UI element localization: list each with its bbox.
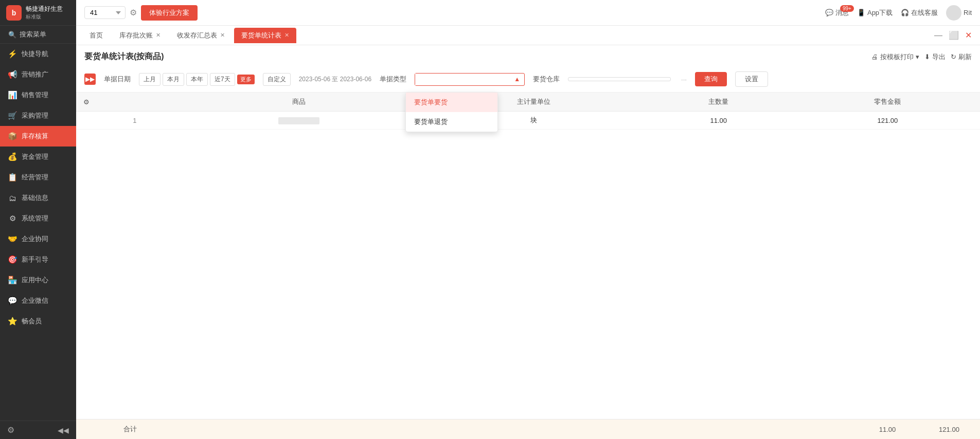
sidebar-item-appstore[interactable]: 🏪 应用中心	[0, 270, 76, 290]
app-logo-icon: b	[6, 5, 22, 21]
custom-date-btn[interactable]: 自定义	[263, 73, 291, 86]
tab-order-stats-label: 要货单统计表	[241, 31, 281, 40]
window-minimize-btn[interactable]: —	[932, 30, 945, 41]
refresh-btn[interactable]: ↻ 刷新	[951, 52, 972, 62]
sidebar-item-system[interactable]: ⚙ 系统管理	[0, 208, 76, 229]
topbar-gear-icon[interactable]: ⚙	[130, 8, 137, 17]
tab-recv-summary-close[interactable]: ✕	[220, 32, 225, 39]
member-icon: ⭐	[7, 316, 17, 326]
tab-order-stats-close[interactable]: ✕	[284, 32, 289, 39]
date-btn-more[interactable]: 更多	[237, 75, 255, 84]
topbar: 41 ⚙ 体验行业方案 💬 消息 99+ 📱 App下载 🎧 在线客服 Rit	[76, 0, 980, 26]
query-btn[interactable]: 查询	[695, 72, 727, 86]
sidebar-item-label: 畅会员	[22, 317, 42, 326]
online-service-btn[interactable]: 🎧 在线客服	[901, 8, 938, 17]
sidebar-logo: b 畅捷通好生意 标准版	[0, 0, 76, 26]
print-dropdown-icon: ▾	[916, 53, 919, 61]
tab-inventory-batch[interactable]: 库存批次账 ✕	[112, 28, 168, 43]
filter-expand-btn[interactable]: ▶▶	[84, 74, 96, 85]
tab-order-stats[interactable]: 要货单统计表 ✕	[234, 28, 296, 43]
col-qty: 主数量	[642, 93, 795, 112]
appstore-icon: 🏪	[7, 275, 17, 285]
tabs-bar: 首页 库存批次账 ✕ 收发存汇总表 ✕ 要货单统计表 ✕ — ⬜ ✕	[76, 26, 980, 45]
sidebar-item-member[interactable]: ⭐ 畅会员	[0, 311, 76, 332]
sidebar-search-label: 搜索菜单	[20, 30, 46, 39]
sidebar-item-wechat[interactable]: 💬 企业微信	[0, 290, 76, 311]
filter-more-dots[interactable]: ···	[681, 76, 687, 83]
sidebar-item-label: 营销推广	[22, 70, 48, 79]
page-title: 要货单统计表(按商品)	[84, 51, 164, 62]
sidebar-item-marketing[interactable]: 📢 营销推广	[0, 64, 76, 85]
sidebar-item-label: 企业微信	[22, 296, 48, 305]
warehouse-label: 要货仓库	[533, 75, 560, 84]
dropdown-item-order-return[interactable]: 要货单退货	[406, 112, 497, 132]
date-btn-last-month[interactable]: 上月	[139, 73, 161, 86]
date-range-display: 2023-05-06 至 2023-06-06	[299, 75, 371, 84]
type-input[interactable]	[415, 74, 510, 85]
sidebar-item-label: 库存核算	[22, 132, 48, 141]
trial-btn[interactable]: 体验行业方案	[141, 5, 198, 21]
sidebar-item-operation[interactable]: 📋 经营管理	[0, 167, 76, 188]
window-close-btn[interactable]: ✕	[963, 29, 974, 41]
type-dropdown-icon[interactable]: ▲	[510, 74, 524, 85]
product-placeholder	[278, 117, 319, 124]
date-btn-7days[interactable]: 近7天	[210, 73, 235, 86]
marketing-icon: 📢	[7, 69, 17, 80]
table-wrap: ⚙ 商品 主计量单位 主数量 零售金额 1	[76, 93, 980, 419]
app-download-btn[interactable]: 📱 App下载	[857, 8, 893, 17]
sidebar-item-enterprise[interactable]: 🤝 企业协同	[0, 229, 76, 249]
user-profile-btn[interactable]: Rit	[946, 5, 972, 21]
sidebar-item-quick-nav[interactable]: ⚡ 快捷导航	[0, 44, 76, 64]
settings-bottom-icon[interactable]: ⚙	[7, 425, 14, 435]
sidebar-item-label: 经营管理	[22, 173, 48, 182]
sidebar-item-label: 系统管理	[22, 214, 48, 223]
warehouse-input[interactable]	[568, 77, 671, 81]
user-avatar	[946, 5, 961, 21]
window-maximize-btn[interactable]: ⬜	[947, 29, 961, 41]
sidebar-item-guide[interactable]: 🎯 新手引导	[0, 249, 76, 270]
print-btn[interactable]: 🖨 按模板打印 ▾	[871, 52, 919, 62]
dropdown-item-order-goods[interactable]: 要货单要货	[406, 93, 497, 112]
row-qty-cell: 11.00	[642, 112, 795, 130]
collapse-icon[interactable]: ◀◀	[58, 426, 69, 434]
sidebar-item-basic[interactable]: 🗂 基础信息	[0, 188, 76, 208]
col-gear[interactable]: ⚙	[76, 93, 97, 112]
wechat-icon: 💬	[7, 296, 17, 306]
settings-btn[interactable]: 设置	[735, 71, 768, 87]
purchase-icon: 🛒	[7, 111, 17, 121]
sidebar-item-label: 销售管理	[22, 90, 48, 100]
messages-btn[interactable]: 💬 消息 99+	[825, 8, 849, 17]
search-icon: 🔍	[8, 31, 16, 39]
col-amount: 零售金额	[795, 93, 980, 112]
basic-icon: 🗂	[7, 193, 17, 203]
tab-home[interactable]: 首页	[82, 28, 110, 43]
type-label: 单据类型	[380, 75, 406, 84]
sidebar-search[interactable]: 🔍 搜索菜单	[0, 26, 76, 44]
sidebar-item-purchase[interactable]: 🛒 采购管理	[0, 105, 76, 126]
user-name: Rit	[964, 9, 972, 16]
sidebar-item-label: 基础信息	[22, 193, 48, 203]
sidebar-item-sales[interactable]: 📊 销售管理	[0, 85, 76, 105]
app-download-label: App下载	[867, 8, 893, 17]
company-select[interactable]: 41	[84, 6, 126, 19]
date-btn-this-month[interactable]: 本月	[163, 73, 184, 86]
footer-label: 合计	[117, 425, 795, 434]
col-product: 商品	[173, 93, 426, 112]
message-icon: 💬	[825, 9, 833, 16]
system-icon: ⚙	[7, 213, 17, 224]
col-index	[97, 93, 173, 112]
sidebar-item-finance[interactable]: 💰 资金管理	[0, 147, 76, 167]
footer-qty: 11.00	[857, 426, 918, 433]
date-label: 单据日期	[104, 75, 131, 84]
date-btn-this-year[interactable]: 本年	[186, 73, 208, 86]
export-btn[interactable]: ⬇ 导出	[924, 52, 946, 62]
export-label: 导出	[932, 52, 946, 62]
tab-inventory-batch-close[interactable]: ✕	[156, 32, 161, 39]
tab-recv-summary[interactable]: 收发存汇总表 ✕	[170, 28, 232, 43]
operation-icon: 📋	[7, 172, 17, 182]
sidebar-item-label: 新手引导	[22, 255, 48, 264]
sidebar-item-label: 采购管理	[22, 111, 48, 120]
sidebar-item-inventory[interactable]: 📦 库存核算	[0, 126, 76, 147]
finance-icon: 💰	[7, 152, 17, 162]
type-input-wrap[interactable]: ▲	[415, 73, 525, 86]
